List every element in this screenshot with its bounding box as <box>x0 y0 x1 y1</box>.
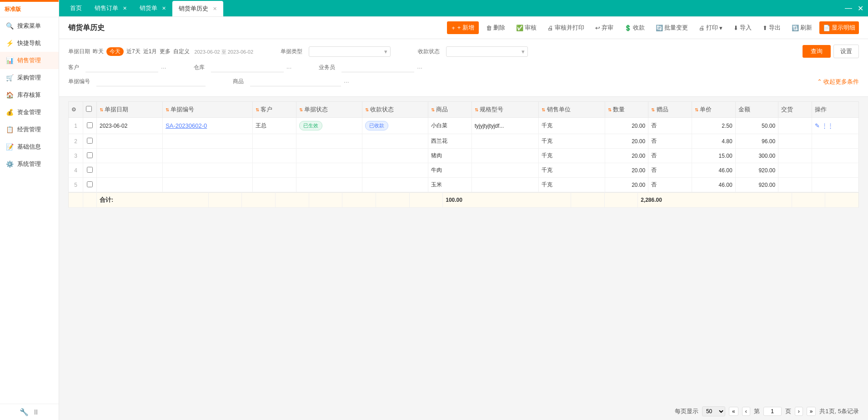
col-unit[interactable]: ⇅ 销售单位 <box>539 102 605 118</box>
row-doc-status <box>296 149 362 163</box>
prev-page-btn[interactable]: ‹ <box>742 407 750 416</box>
col-spec[interactable]: ⇅ 规格型号 <box>472 102 539 118</box>
window-close-btn[interactable]: ✕ <box>858 4 863 13</box>
table-row: 4 牛肉 千克 20.00 否 46.00 920.00 <box>69 163 859 178</box>
collect-button[interactable]: 💲 收款 <box>621 22 648 34</box>
goods-picker[interactable]: ··· <box>344 78 349 85</box>
edit-action[interactable]: ✎ <box>815 122 820 129</box>
shortcut-more[interactable]: 更多 <box>160 48 171 55</box>
more-action[interactable]: ⋮⋮ <box>822 122 833 129</box>
export-icon: ⬆ <box>763 25 768 31</box>
tab-sales-invoice[interactable]: 销货单 ✕ <box>133 0 172 16</box>
col-collect-status[interactable]: ⇅ 收款状态 <box>362 102 428 118</box>
batch-change-button[interactable]: 🔄 批量变更 <box>652 22 692 34</box>
sidebar-item-sales-mgmt[interactable]: 📊 销售管理 <box>0 52 59 69</box>
warehouse-picker[interactable]: ··· <box>286 64 292 71</box>
docno-input[interactable] <box>96 77 206 86</box>
warehouse-input[interactable] <box>211 63 284 72</box>
row-actions <box>812 163 859 178</box>
salesperson-input[interactable] <box>341 63 414 72</box>
row-amount: 50.00 <box>735 118 778 134</box>
table-area: ⚙ ⇅ 单据日期 ⇅ 单据编号 ⇅ 客户 ⇅ 单据状态 ⇅ 收款状态 ⇅ 商品 … <box>59 97 868 420</box>
row-actions <box>812 134 859 149</box>
collapse-btn-wrapper: ⌃ 收起更多条件 <box>817 78 859 86</box>
data-wrapper[interactable]: ⚙ ⇅ 单据日期 ⇅ 单据编号 ⇅ 客户 ⇅ 单据状态 ⇅ 收款状态 ⇅ 商品 … <box>68 101 859 403</box>
first-page-btn[interactable]: « <box>729 407 738 416</box>
doc-type-select[interactable]: ▾ <box>309 46 391 57</box>
tab-sales-order[interactable]: 销售订单 ✕ <box>88 0 133 16</box>
print-button[interactable]: 🖨 打印 ▾ <box>695 22 726 34</box>
customer-picker[interactable]: ··· <box>161 64 166 71</box>
row-unit-price: 46.00 <box>692 178 735 192</box>
page-size-select[interactable]: 50 100 200 <box>702 406 725 416</box>
tab-history-close[interactable]: ✕ <box>213 6 217 12</box>
abandon-button[interactable]: ↩ 弃审 <box>592 22 617 34</box>
row-spec <box>472 178 539 192</box>
new-button[interactable]: + + 新增 <box>447 21 479 34</box>
sidebar-collapse-icon[interactable]: ⏸ <box>32 408 40 416</box>
page-header: 销货单历史 + + 新增 🗑 删除 ✅ 审核 🖨 审核并打印 <box>59 17 868 39</box>
main-area: 首页 销售订单 ✕ 销货单 ✕ 销货单历史 ✕ — ✕ 销货单历史 + + 新增 <box>59 0 868 420</box>
collapse-button[interactable]: ⌃ 收起更多条件 <box>817 78 859 86</box>
settings-button[interactable]: 设置 <box>833 45 859 58</box>
col-date[interactable]: ⇅ 单据日期 <box>97 102 163 118</box>
delete-button[interactable]: 🗑 删除 <box>482 22 509 34</box>
row-checkbox[interactable] <box>83 118 97 134</box>
audit-print-button[interactable]: 🖨 审核并打印 <box>544 22 588 34</box>
page-input[interactable] <box>763 407 782 416</box>
doc-no-link[interactable]: SA-20230602-0 <box>166 122 207 129</box>
col-settings[interactable]: ⚙ <box>69 102 83 118</box>
row-checkbox[interactable] <box>83 178 97 192</box>
col-customer[interactable]: ⇅ 客户 <box>253 102 296 118</box>
last-page-btn[interactable]: » <box>807 407 816 416</box>
row-checkbox[interactable] <box>83 149 97 163</box>
col-gift[interactable]: ⇅ 赠品 <box>648 102 692 118</box>
import-button[interactable]: ⬇ 导入 <box>730 22 755 34</box>
shortcut-today[interactable]: 今天 <box>106 47 124 56</box>
print-dropdown-icon: ▾ <box>719 25 722 31</box>
sidebar-item-basic-info[interactable]: 📝 基础信息 <box>0 138 59 155</box>
row-qty: 20.00 <box>605 163 648 178</box>
col-docno[interactable]: ⇅ 单据编号 <box>163 102 253 118</box>
sidebar-settings-icon[interactable]: 🔧 <box>20 408 29 416</box>
shortcut-7days[interactable]: 近7天 <box>126 48 140 55</box>
shortcut-custom[interactable]: 自定义 <box>173 48 190 55</box>
next-page-btn[interactable]: › <box>795 407 803 416</box>
sidebar-item-purchase-mgmt[interactable]: 🛒 采购管理 <box>0 69 59 86</box>
customer-input[interactable] <box>85 63 158 72</box>
date-filter: 单据日期 昨天 今天 近7天 近1月 更多 自定义 2023-06-02 至 2… <box>68 47 253 56</box>
sidebar-item-finance[interactable]: 💰 资金管理 <box>0 104 59 121</box>
row-checkbox[interactable] <box>83 163 97 178</box>
col-unit-price[interactable]: ⇅ 单价 <box>692 102 735 118</box>
sidebar-item-sys-mgmt[interactable]: ⚙️ 系统管理 <box>0 155 59 173</box>
audit-button[interactable]: ✅ 审核 <box>512 22 540 34</box>
tab-home[interactable]: 首页 <box>64 0 88 16</box>
col-goods[interactable]: ⇅ 商品 <box>428 102 472 118</box>
sidebar-item-label: 资金管理 <box>17 108 41 116</box>
sidebar-item-search-menu[interactable]: 🔍 搜索菜单 <box>0 17 59 35</box>
shortcut-1month[interactable]: 近1月 <box>143 48 157 55</box>
sidebar-item-quick-nav[interactable]: ⚡ 快捷导航 <box>0 35 59 52</box>
show-detail-button[interactable]: 📄 显示明细 <box>819 21 859 34</box>
query-button[interactable]: 查询 <box>803 45 831 58</box>
goods-input[interactable] <box>250 77 341 86</box>
sidebar-item-ops-mgmt[interactable]: 📋 经营管理 <box>0 121 59 138</box>
shortcut-yesterday[interactable]: 昨天 <box>93 48 104 55</box>
sidebar-item-inventory[interactable]: 🏠 库存核算 <box>0 86 59 104</box>
window-minimize-btn[interactable]: — <box>845 4 852 12</box>
refresh-button[interactable]: 🔃 刷新 <box>788 22 816 34</box>
export-button[interactable]: ⬆ 导出 <box>759 22 784 34</box>
tab-sales-order-close[interactable]: ✕ <box>123 5 127 11</box>
col-doc-status[interactable]: ⇅ 单据状态 <box>296 102 362 118</box>
row-checkbox[interactable] <box>83 134 97 149</box>
tab-history[interactable]: 销货单历史 ✕ <box>172 1 223 16</box>
col-actions: 操作 <box>812 102 859 118</box>
collect-status-select[interactable]: ▾ <box>446 46 528 57</box>
select-all-checkbox[interactable] <box>86 106 92 112</box>
tab-sales-invoice-close[interactable]: ✕ <box>162 5 166 11</box>
salesperson-picker[interactable]: ··· <box>417 64 422 71</box>
sum-col-2 <box>83 193 97 208</box>
tab-history-label: 销货单历史 <box>179 5 208 13</box>
row-date <box>97 149 163 163</box>
col-qty[interactable]: ⇅ 数量 <box>605 102 648 118</box>
